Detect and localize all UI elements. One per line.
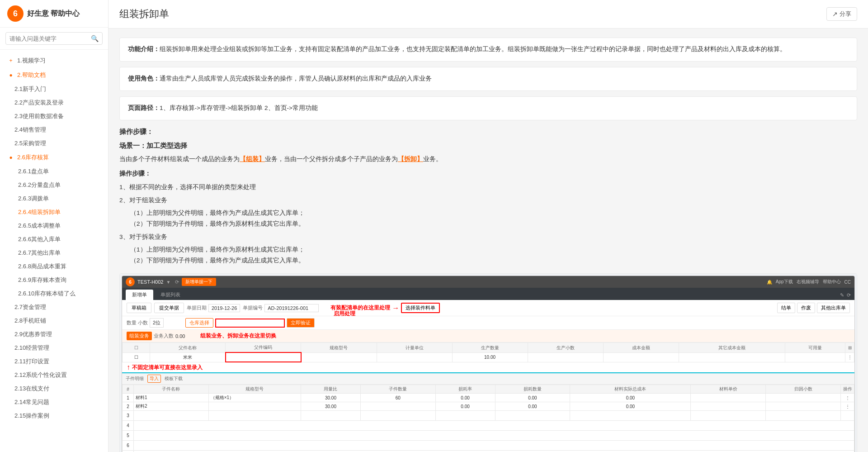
app-form-area: 草稿箱 提交单据 单据日期 2019-12-26 单据编号 AD-2019122… xyxy=(122,300,854,452)
sidebar-item-faq[interactable]: 2.14常见问题 xyxy=(0,395,108,409)
qty-field: 数量 小数 2位 xyxy=(127,318,164,328)
sub-row2-ops[interactable]: ⋮ xyxy=(841,402,854,411)
app-text2: 右视频辅导 xyxy=(797,279,819,285)
sidebar-item-adjust[interactable]: 2.6.3调拨单 xyxy=(0,192,108,205)
role-label: 使用角色： xyxy=(128,75,160,82)
sidebar-item-stocktake[interactable]: 2.6.1盘点单 xyxy=(0,165,108,178)
sidebar-item-videos[interactable]: + 1.视频学习 xyxy=(0,53,108,68)
row-prod-qty: 10.00 xyxy=(452,352,528,362)
qty-value[interactable]: 2位 xyxy=(150,318,164,328)
top-table: ☐ 父件名称 父件编码 规格型号 计量单位 生产数量 生产小数 成本金额 其它成 xyxy=(122,343,854,362)
sidebar-item-install[interactable]: 2.2产品安装及登录 xyxy=(0,96,108,109)
app-dropdown-icon: ▼ xyxy=(166,280,170,285)
sidebar-item-online-pay[interactable]: 2.13在线支付 xyxy=(0,382,108,395)
sidebar-item-in-other[interactable]: 2.6.6其他入库单 xyxy=(0,233,108,246)
sidebar-item-ledger-error[interactable]: 2.6.10库存账本错了么 xyxy=(0,287,108,300)
sidebar-item-assembly[interactable]: 2.6.4组装拆卸单 xyxy=(0,205,108,219)
sidebar-item-sales[interactable]: 2.4销售管理 xyxy=(0,123,108,137)
bottom-table: # 子件名称 规格型号 用量比 子件数量 损耗率 损耗数量 材料实际总成本 材料 xyxy=(122,385,854,452)
sidebar-item-docs[interactable]: ● 2.帮助文档 xyxy=(0,68,108,82)
app-company: TEST-H002 xyxy=(137,279,163,285)
form-toolbar: 草稿箱 提交单据 单据日期 2019-12-26 单据编号 AD-2019122… xyxy=(122,300,854,316)
import-btn[interactable]: 导入 xyxy=(147,375,161,383)
sidebar-item-cost-recalc[interactable]: 2.6.8商品成本重算 xyxy=(0,260,108,273)
row-action[interactable]: ⋮ xyxy=(845,352,854,362)
sidebar-item-inventory[interactable]: ● 2.6库存核算 xyxy=(0,150,108,165)
app-nav-right: 🔔 App下载 右视频辅导 帮助中心 CC xyxy=(767,279,851,285)
nav-list: + 1.视频学习 ● 2.帮助文档 2.1新手入门 2.2产品安装及登录 2.3… xyxy=(0,50,108,452)
date-value[interactable]: 2019-12-26 xyxy=(208,304,240,312)
docno-value[interactable]: AD-20191226-001 xyxy=(264,304,319,312)
sidebar-item-cost-adjust[interactable]: 2.6.5成本调整单 xyxy=(0,219,108,233)
col-avail: 可用量 xyxy=(785,343,845,353)
col-unit: 计量单位 xyxy=(377,343,452,353)
sidebar-item-newbie[interactable]: 2.1新手入门 xyxy=(0,82,108,96)
sidebar-item-out-other[interactable]: 2.6.7其他出库单 xyxy=(0,246,108,260)
submit-btn[interactable]: 提交单据 xyxy=(154,303,184,313)
sidebar-item-custom[interactable]: 2.12系统个性化设置 xyxy=(0,368,108,382)
bom-btn[interactable]: 选择装件料单 xyxy=(401,303,440,313)
sidebar-item-data-prep[interactable]: 2.3使用前数据准备 xyxy=(0,109,108,123)
sidebar: 6 好生意 帮助中心 🔍 + 1.视频学习 ● 2.帮助文档 2.1新手入门 2… xyxy=(0,0,108,452)
sub-col-sub-qty: 子件数量 xyxy=(360,385,435,394)
share-button[interactable]: ↗ 分享 xyxy=(826,7,857,21)
action-btn3[interactable]: 其他出库单 xyxy=(817,303,850,313)
sub-row2-name: 材料2 xyxy=(134,402,209,411)
ops-title: 操作步骤： xyxy=(119,128,857,136)
row-spec xyxy=(301,352,377,362)
sidebar-item-cases[interactable]: 2.15操作案例 xyxy=(0,409,108,423)
annotation5-arrow: ↑ xyxy=(127,363,130,371)
empty3-c7 xyxy=(570,411,691,421)
row-checkbox[interactable]: ☐ xyxy=(123,352,150,362)
empty6-no: 6 xyxy=(123,441,134,451)
empty3-c1 xyxy=(134,411,209,421)
action-btn1[interactable]: 结单 xyxy=(777,303,795,313)
business-type-badge[interactable]: 组装业务 xyxy=(127,332,152,340)
tab-list[interactable]: 单据列表 xyxy=(154,290,187,300)
tab-redo-icon: ⟳ xyxy=(847,292,851,298)
search-icon[interactable]: 🔍 xyxy=(91,35,99,42)
warehouse-select[interactable]: 仓库选择 xyxy=(185,318,213,328)
sub-table-row-empty6: 6 xyxy=(123,441,854,451)
sub-col-spec-code: 规格型号 xyxy=(208,385,301,394)
step3-sub2: （2）下部明细为子件明细，最终作为产成品生成其它入库单。 xyxy=(119,255,857,266)
path-label: 页面路径： xyxy=(128,105,160,111)
save-draft-btn[interactable]: 草稿箱 xyxy=(127,303,151,313)
empty4-rest xyxy=(134,421,854,431)
sub-row-ops[interactable]: ⋮ xyxy=(841,394,854,402)
sidebar-item-ops[interactable]: 2.10经营管理 xyxy=(0,341,108,355)
sub-row-unit-price xyxy=(691,394,766,402)
sidebar-item-mobile[interactable]: 2.8手机旺铺 xyxy=(0,314,108,328)
search-input[interactable] xyxy=(9,35,91,42)
sidebar-item-ledger-query[interactable]: 2.6.9库存账本查询 xyxy=(0,273,108,287)
row-parent-code[interactable] xyxy=(226,352,301,362)
sidebar-item-finance[interactable]: 2.7资金管理 xyxy=(0,300,108,314)
sub-row-sub-qty: 60 xyxy=(360,394,435,402)
annotation2-area: 组装业务、拆卸业务在这里切换 xyxy=(200,332,276,340)
sidebar-item-print[interactable]: 2.11打印设置 xyxy=(0,355,108,368)
confirm-btn[interactable]: 立即验证 xyxy=(287,318,315,328)
new-order-btn[interactable]: 新增单据一下 xyxy=(182,278,216,286)
empty6-rest xyxy=(134,441,854,451)
search-area: 🔍 xyxy=(0,28,108,50)
col-expand: ⊞ xyxy=(845,343,854,353)
sidebar-item-split-count[interactable]: 2.6.2分量盘点单 xyxy=(0,178,108,192)
empty4-no: 4 xyxy=(123,421,134,431)
sub-col-ops: 操作 xyxy=(841,385,854,394)
scene1-desc: 当由多个子件材料组装成一个成品的业务为【组装】业务，当由一个父件拆分成多个子产品… xyxy=(119,154,857,165)
disassembly-link[interactable]: 【拆卸】 xyxy=(398,156,423,162)
assembly-link[interactable]: 【组装】 xyxy=(240,156,265,162)
warehouse-input[interactable] xyxy=(215,319,285,328)
action-btn2[interactable]: 作废 xyxy=(797,303,815,313)
app-logo: 6 xyxy=(126,277,135,286)
ops-section: 操作步骤： 场景一：加工类型选择 当由多个子件材料组装成一个成品的业务为【组装】… xyxy=(119,128,857,266)
empty3-c6 xyxy=(495,411,570,421)
sub-col-attr: 归因小数 xyxy=(766,385,841,394)
sub-row2-no: 2 xyxy=(123,402,134,411)
tab-neworder[interactable]: 新增单 xyxy=(126,290,153,300)
tab-actions: ✎ ⟳ xyxy=(187,292,851,300)
sidebar-item-voucher[interactable]: 2.9优惠券管理 xyxy=(0,328,108,341)
empty3-c3 xyxy=(301,411,361,421)
biz-count-label: 业务入数 xyxy=(154,333,174,339)
sidebar-item-purchase[interactable]: 2.5采购管理 xyxy=(0,137,108,150)
